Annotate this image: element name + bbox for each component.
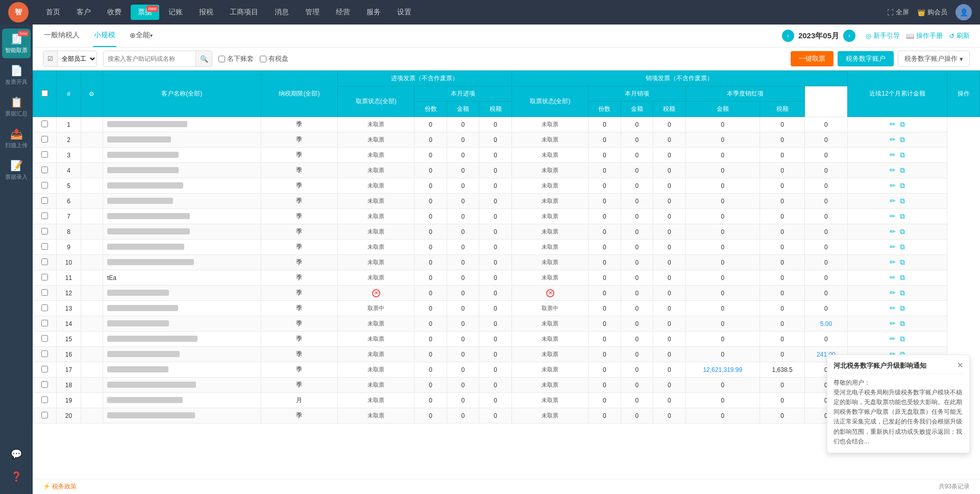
row-settings [81, 316, 103, 332]
nav-message[interactable]: 消息 [267, 5, 296, 20]
row-checkbox[interactable] [41, 381, 48, 388]
edit-icon[interactable]: ✏ [890, 197, 896, 205]
user-avatar[interactable]: 👤 [955, 4, 972, 20]
edit-icon[interactable]: ✏ [890, 212, 896, 220]
nav-operations[interactable]: 经营 [329, 5, 357, 20]
cumulative-amount[interactable]: 5.00 [820, 320, 832, 327]
sidebar-item-invoice-open[interactable]: 📄 发票开具 [2, 60, 31, 90]
table-row: 15 季 未取票 0 0 0 未取票 0 0 0 0 0 0 ✏ ⧉ [33, 332, 980, 347]
row-red-amount: 0 [685, 301, 760, 316]
edit-icon[interactable]: ✏ [890, 335, 896, 343]
row-checkbox[interactable] [41, 136, 48, 143]
edit-icon[interactable]: ✏ [890, 120, 896, 128]
member-btn[interactable]: 👑 购会员 [917, 8, 947, 17]
sidebar-item-smart-ticket[interactable]: 🧾 智能取票 new [2, 29, 31, 58]
row-checkbox[interactable] [41, 412, 48, 418]
edit-icon[interactable]: ✏ [890, 135, 896, 144]
row-checkbox[interactable] [41, 228, 48, 234]
edit-icon[interactable]: ✏ [890, 258, 896, 266]
employee-filter[interactable]: ☑ 全部员工 [43, 51, 97, 67]
copy-icon[interactable]: ⧉ [900, 166, 905, 174]
nav-bookkeeping[interactable]: 记账 [161, 5, 190, 20]
copy-icon[interactable]: ⧉ [900, 319, 905, 327]
copy-icon[interactable]: ⧉ [900, 212, 905, 220]
check-tax-disk[interactable]: 有税盘 [260, 54, 288, 63]
edit-icon[interactable]: ✏ [890, 166, 896, 174]
edit-icon[interactable]: ✏ [890, 304, 896, 312]
copy-icon[interactable]: ⧉ [900, 227, 905, 236]
notification-close-btn[interactable]: ✕ [957, 361, 963, 370]
copy-icon[interactable]: ⧉ [900, 135, 905, 144]
employee-select[interactable]: 全部员工 [58, 51, 96, 66]
tab-small-scale[interactable]: 小规模 [93, 25, 116, 47]
nav-invoice[interactable]: 票据 new [131, 5, 159, 20]
edit-icon[interactable]: ✏ [890, 151, 896, 159]
row-checkbox[interactable] [41, 320, 48, 326]
nav-home[interactable]: 首页 [39, 5, 67, 20]
sidebar-help-btn[interactable]: ❓ [7, 467, 26, 486]
copy-icon[interactable]: ⧉ [900, 304, 905, 312]
row-checkbox[interactable] [41, 350, 48, 357]
copy-icon[interactable]: ⧉ [900, 273, 905, 281]
row-checkbox[interactable] [41, 243, 48, 250]
copy-icon[interactable]: ⧉ [900, 243, 905, 251]
sub-accounts-checkbox[interactable] [218, 56, 225, 62]
date-prev-btn[interactable]: ‹ [782, 30, 794, 42]
copy-icon[interactable]: ⧉ [900, 335, 905, 343]
nav-customer[interactable]: 客户 [69, 5, 98, 20]
edit-icon[interactable]: ✏ [890, 273, 896, 281]
sidebar-item-invoice-summary[interactable]: 📋 票据汇总 [2, 92, 31, 122]
tax-digital-account-btn[interactable]: 税务数字账户 [838, 51, 894, 66]
select-all-checkbox[interactable] [41, 90, 48, 97]
date-next-btn[interactable]: › [843, 30, 855, 42]
tab-all[interactable]: ⊕ 全能 ▾ [129, 25, 154, 47]
row-checkbox[interactable] [41, 258, 48, 265]
copy-icon[interactable]: ⧉ [900, 197, 905, 205]
one-click-ticket-btn[interactable]: 一键取票 [791, 51, 834, 66]
search-button[interactable]: 🔍 [195, 51, 212, 67]
row-checkbox[interactable] [41, 274, 48, 280]
nav-service[interactable]: 服务 [359, 5, 388, 20]
fullscreen-btn[interactable]: ⛶ 全屏 [887, 8, 909, 17]
nav-management[interactable]: 管理 [298, 5, 327, 20]
copy-icon[interactable]: ⧉ [900, 181, 905, 190]
row-checkbox[interactable] [41, 151, 48, 158]
nav-settings[interactable]: 设置 [390, 5, 419, 20]
row-checkbox[interactable] [41, 335, 48, 342]
copy-icon[interactable]: ⧉ [900, 289, 905, 297]
tax-policy-link[interactable]: ⚡ 税务政策 [43, 482, 77, 491]
check-sub-accounts[interactable]: 名下账套 [218, 54, 254, 63]
edit-icon[interactable]: ✏ [890, 227, 896, 236]
edit-icon[interactable]: ✏ [890, 181, 896, 190]
tax-disk-checkbox[interactable] [260, 56, 266, 62]
refresh-link[interactable]: ↺ 刷新 [949, 31, 970, 40]
row-checkbox[interactable] [41, 366, 48, 372]
tab-general-taxpayer[interactable]: 一般纳税人 [43, 25, 81, 47]
search-input[interactable] [104, 55, 195, 62]
copy-icon[interactable]: ⧉ [900, 151, 905, 159]
nav-commerce[interactable]: 工商项目 [223, 5, 265, 20]
tax-digital-ops-btn[interactable]: 税务数字账户操作 ▾ [898, 51, 970, 67]
copy-icon[interactable]: ⧉ [900, 258, 905, 266]
row-checkbox[interactable] [41, 197, 48, 204]
edit-icon[interactable]: ✏ [890, 243, 896, 251]
row-checkbox[interactable] [41, 213, 48, 219]
status-outgoing: 未取票 [542, 182, 558, 190]
guide-link[interactable]: ◎ 新手引导 [866, 31, 900, 40]
manual-link[interactable]: 📖 操作手册 [906, 31, 943, 40]
copy-icon[interactable]: ⧉ [900, 120, 905, 128]
row-checkbox[interactable] [41, 396, 48, 403]
row-checkbox[interactable] [41, 121, 48, 127]
row-checkbox[interactable] [41, 289, 48, 296]
row-checkbox[interactable] [41, 167, 48, 173]
row-checkbox[interactable] [41, 304, 48, 311]
sidebar-item-scan-upload[interactable]: 📤 扫描上传 [2, 124, 31, 153]
edit-icon[interactable]: ✏ [890, 289, 896, 297]
sidebar-message-btn[interactable]: 💬 [7, 445, 26, 463]
row-checkbox[interactable] [41, 182, 48, 189]
red-amount[interactable]: 12,621,319.99 [703, 366, 742, 373]
edit-icon[interactable]: ✏ [890, 319, 896, 327]
nav-fee[interactable]: 收费 [100, 5, 129, 20]
nav-tax[interactable]: 报税 [192, 5, 220, 20]
sidebar-item-invoice-entry[interactable]: 📝 票据录入 [2, 155, 31, 185]
